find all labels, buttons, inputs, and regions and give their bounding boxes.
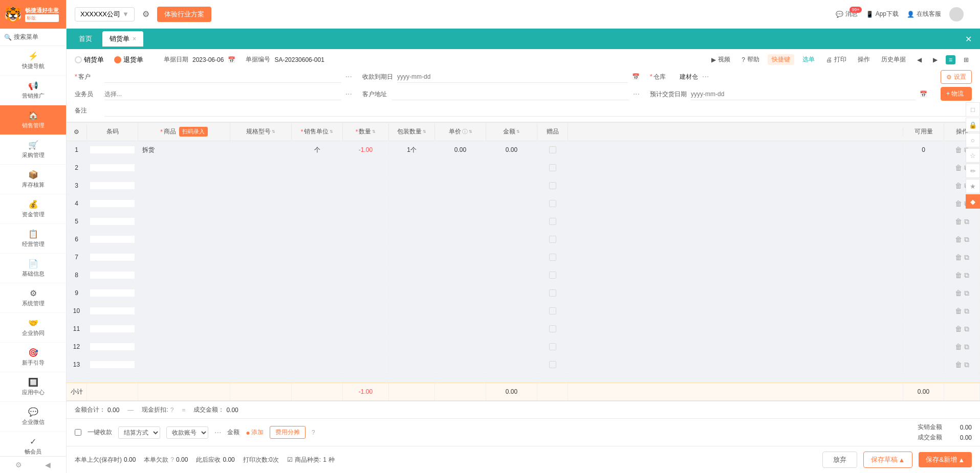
td-product[interactable] xyxy=(138,231,230,248)
delete-row-btn[interactable]: 🗑 xyxy=(955,199,962,208)
salesperson-more-icon[interactable]: ··· xyxy=(345,89,352,99)
td-amount[interactable] xyxy=(486,266,537,284)
td-barcode[interactable] xyxy=(87,356,138,373)
td-qty[interactable] xyxy=(343,284,389,302)
qty-sort-icon[interactable]: ⇅ xyxy=(372,129,376,134)
tab-close-icon[interactable]: × xyxy=(133,35,136,42)
td-price[interactable] xyxy=(435,213,486,230)
td-barcode[interactable] xyxy=(87,159,138,176)
td-unit[interactable] xyxy=(292,302,343,320)
td-price[interactable] xyxy=(435,195,486,212)
td-pack[interactable] xyxy=(389,231,435,248)
delete-row-btn[interactable]: 🗑 xyxy=(955,164,962,172)
delete-row-btn[interactable]: 🗑 xyxy=(955,289,962,297)
td-product[interactable] xyxy=(138,302,230,320)
rf-btn-6[interactable]: ★ xyxy=(966,179,980,193)
pack-sort-icon[interactable]: ⇅ xyxy=(423,129,426,134)
delete-row-btn[interactable]: 🗑 xyxy=(955,361,962,369)
td-spec[interactable] xyxy=(230,159,292,176)
sidebar-item-purchase[interactable]: 🛒 采购管理 xyxy=(0,135,66,165)
td-spec[interactable] xyxy=(230,284,292,302)
td-gift[interactable] xyxy=(537,159,568,176)
delete-row-btn[interactable]: 🗑 xyxy=(955,253,962,261)
message-btn[interactable]: 💬 消息 99+ xyxy=(836,10,858,18)
td-price[interactable] xyxy=(435,231,486,248)
amount-sort-icon[interactable]: ⇅ xyxy=(516,129,520,134)
prev-btn[interactable]: ◀ xyxy=(914,55,925,64)
help-btn[interactable]: ? 帮助 xyxy=(738,54,763,65)
td-amount[interactable]: 0.00 xyxy=(486,141,537,159)
td-unit[interactable] xyxy=(292,338,343,355)
td-price[interactable] xyxy=(435,284,486,302)
copy-row-btn[interactable]: ⧉ xyxy=(964,361,969,369)
td-gift[interactable] xyxy=(537,141,568,159)
user-avatar[interactable] xyxy=(949,7,964,21)
expected-date-input[interactable] xyxy=(691,88,916,100)
td-barcode[interactable] xyxy=(87,249,138,266)
td-gift[interactable] xyxy=(537,302,568,320)
account-more-icon[interactable]: ··· xyxy=(214,428,221,437)
td-remark[interactable] xyxy=(568,231,903,248)
td-gift[interactable] xyxy=(537,356,568,373)
td-price[interactable] xyxy=(435,302,486,320)
company-gear-btn[interactable]: ⚙ xyxy=(139,7,153,21)
discard-button[interactable]: 放弃 xyxy=(822,452,857,468)
td-unit[interactable] xyxy=(292,213,343,230)
td-remark[interactable] xyxy=(568,320,903,337)
td-unit[interactable] xyxy=(292,266,343,284)
settings-btn[interactable]: ⚙ 设置 xyxy=(941,70,972,84)
app-download-btn[interactable]: 📱 App下载 xyxy=(866,10,899,18)
td-gift[interactable] xyxy=(537,195,568,212)
td-price[interactable] xyxy=(435,320,486,337)
add-payment-btn[interactable]: ● 添加 xyxy=(246,428,263,437)
td-remark[interactable] xyxy=(568,141,903,159)
td-unit[interactable] xyxy=(292,231,343,248)
sidebar-collapse-btn[interactable]: ◀ xyxy=(45,461,51,469)
expense-help-icon[interactable]: ? xyxy=(312,429,315,436)
expected-date-calendar-icon[interactable]: 📅 xyxy=(920,91,927,98)
td-unit[interactable] xyxy=(292,284,343,302)
trial-button[interactable]: 体验行业方案 xyxy=(157,7,211,22)
delete-row-btn[interactable]: 🗑 xyxy=(955,343,962,351)
sidebar-item-basic[interactable]: 📄 基础信息 xyxy=(0,254,66,283)
td-barcode[interactable] xyxy=(87,320,138,337)
td-amount[interactable] xyxy=(486,231,537,248)
customer-input[interactable] xyxy=(104,71,341,83)
td-amount[interactable] xyxy=(486,195,537,212)
remarks-input[interactable] xyxy=(104,105,972,117)
td-qty[interactable] xyxy=(343,338,389,355)
td-pack[interactable] xyxy=(389,356,435,373)
td-gift[interactable] xyxy=(537,249,568,266)
operations-btn[interactable]: 操作 xyxy=(855,54,873,65)
td-amount[interactable] xyxy=(486,213,537,230)
sidebar-item-operation[interactable]: 📋 经营管理 xyxy=(0,224,66,254)
td-remark[interactable] xyxy=(568,302,903,320)
td-qty[interactable] xyxy=(343,213,389,230)
salesperson-input[interactable] xyxy=(104,88,341,100)
td-product[interactable] xyxy=(138,177,230,194)
td-price[interactable]: 0.00 xyxy=(435,141,486,159)
td-remark[interactable] xyxy=(568,195,903,212)
td-gift[interactable] xyxy=(537,338,568,355)
td-product[interactable] xyxy=(138,284,230,302)
td-barcode[interactable] xyxy=(87,302,138,320)
td-amount[interactable] xyxy=(486,356,537,373)
td-pack[interactable] xyxy=(389,320,435,337)
doc-type-return-radio[interactable]: 退货单 xyxy=(114,55,143,64)
td-pack[interactable] xyxy=(389,284,435,302)
td-amount[interactable] xyxy=(486,302,537,320)
delete-row-btn[interactable]: 🗑 xyxy=(955,182,962,190)
td-amount[interactable] xyxy=(486,177,537,194)
td-price[interactable] xyxy=(435,356,486,373)
sidebar-item-member[interactable]: ✓ 畅会员 xyxy=(0,432,66,456)
td-unit[interactable] xyxy=(292,249,343,266)
sidebar-item-guide[interactable]: 🎯 新手引导 xyxy=(0,343,66,372)
shortcut-btn[interactable]: 快捷键 xyxy=(768,54,794,65)
td-spec[interactable] xyxy=(230,266,292,284)
td-product[interactable] xyxy=(138,356,230,373)
td-price[interactable] xyxy=(435,159,486,176)
td-remark[interactable] xyxy=(568,249,903,266)
delete-row-btn[interactable]: 🗑 xyxy=(955,325,962,333)
list-view-btn[interactable]: ≡ xyxy=(946,55,955,64)
payment-method-select[interactable]: 结算方式 xyxy=(118,426,160,439)
